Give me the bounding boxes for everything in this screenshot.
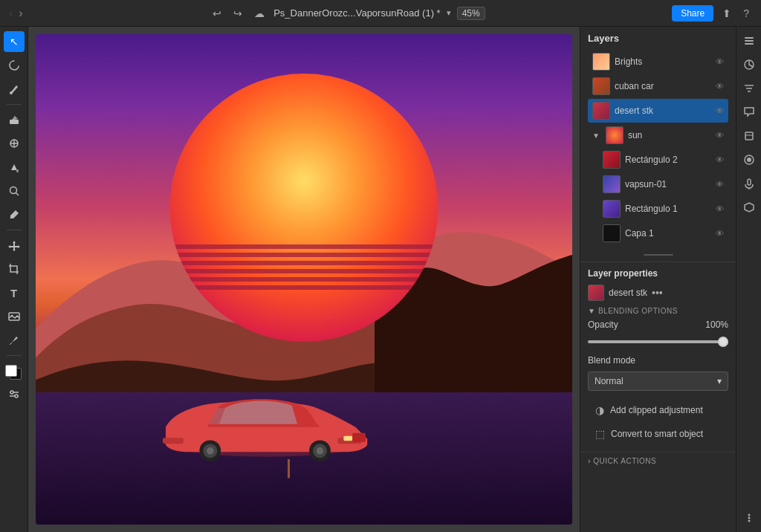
convert-smart-object-button[interactable]: ⬚ Convert to smart object <box>588 422 728 446</box>
share-button[interactable]: Share <box>672 5 713 22</box>
clone-tool[interactable] <box>4 133 25 154</box>
layer-visibility-capa1[interactable]: 👁 <box>716 229 724 238</box>
pen-tool[interactable] <box>4 330 25 351</box>
layer-item-cuban-car[interactable]: cuban car 👁 <box>588 74 728 98</box>
quick-arrow-icon: › <box>588 457 590 465</box>
svg-rect-33 <box>745 43 754 45</box>
undo-icon[interactable]: ↩ <box>210 6 224 21</box>
layer-visibility-rect1[interactable]: 👁 <box>716 204 724 213</box>
opacity-slider-thumb[interactable] <box>718 337 728 347</box>
foreground-color-swatch[interactable] <box>5 365 17 377</box>
adjustments-tool[interactable] <box>4 384 25 405</box>
canvas-area[interactable] <box>28 27 580 532</box>
layer-item-desert-stk[interactable]: desert stk 👁 <box>588 99 728 123</box>
layer-item-vapsun01[interactable]: vapsun-01 👁 <box>598 172 728 196</box>
blend-mode-dropdown-icon: ▾ <box>717 376 722 386</box>
blend-mode-value: Normal <box>595 376 624 386</box>
upload-icon[interactable]: ⬆ <box>719 6 734 21</box>
paint-bucket-tool[interactable] <box>4 157 25 178</box>
lasso-tool[interactable] <box>4 55 25 76</box>
layer-thumb-rect1 <box>603 200 621 218</box>
title-dropdown-icon[interactable]: ▾ <box>447 8 451 18</box>
eyedropper-tool[interactable] <box>4 204 25 225</box>
prop-layer-header: desert stk ••• <box>588 285 728 301</box>
svg-rect-38 <box>745 132 753 140</box>
quick-actions-section: › QUICK ACTIONS <box>580 452 736 470</box>
help-icon[interactable]: ? <box>740 6 752 21</box>
text-tool[interactable]: T <box>4 282 25 303</box>
adjustments-panel-icon[interactable] <box>739 55 759 74</box>
file-title: Ps_DannerOrozc...VaporsunRoad (1) * <box>273 7 440 19</box>
layer-visibility-desert[interactable]: 👁 <box>716 106 724 115</box>
opacity-value: 100% <box>705 319 728 330</box>
properties-panel-icon[interactable] <box>739 126 759 146</box>
move-tool[interactable] <box>4 235 25 256</box>
panel-divider <box>644 254 673 256</box>
layer-name-vapsun01: vapsun-01 <box>625 179 711 189</box>
blending-options-label: BLENDING OPTIONS <box>598 307 678 315</box>
filter-panel-icon[interactable] <box>739 79 759 98</box>
select-tool[interactable]: ↖ <box>4 31 25 52</box>
quick-actions-toggle[interactable]: › QUICK ACTIONS <box>588 457 728 465</box>
crop-tool[interactable] <box>4 259 25 279</box>
layer-thumb-vapsun <box>603 175 621 193</box>
blend-mode-select[interactable]: Normal ▾ <box>588 372 728 391</box>
image-tool[interactable] <box>4 306 25 327</box>
layer-thumb-rect2 <box>603 151 621 169</box>
layer-visibility-rect2[interactable]: 👁 <box>716 155 724 164</box>
layers-title: Layers <box>588 33 728 44</box>
svg-point-23 <box>207 447 214 455</box>
layer-item-brights[interactable]: Brights 👁 <box>588 50 728 74</box>
forward-arrow[interactable]: › <box>19 7 22 20</box>
group-arrow-sun[interactable]: ▼ <box>592 132 600 140</box>
svg-point-6 <box>10 187 16 194</box>
title-right-nav: Share ⬆ ? <box>672 5 752 22</box>
svg-marker-44 <box>745 203 754 212</box>
brush-tool[interactable] <box>4 79 25 100</box>
svg-point-26 <box>316 447 323 455</box>
layer-props-more-icon[interactable]: ••• <box>652 287 663 299</box>
opacity-label: Opacity <box>588 319 618 330</box>
layer-item-rectangulo1[interactable]: Rectángulo 1 👁 <box>598 197 728 221</box>
svg-rect-27 <box>352 433 366 442</box>
layers-panel-icon[interactable] <box>739 31 759 51</box>
opacity-slider-track <box>588 340 728 343</box>
comments-panel-icon[interactable] <box>739 103 759 122</box>
toolbar-divider-2 <box>7 230 22 230</box>
cloud-icon[interactable]: ☁ <box>251 6 268 21</box>
right-panel: Layers Brights 👁 cuban car 👁 dese <box>580 27 736 532</box>
svg-point-47 <box>748 520 750 522</box>
layer-item-capa1[interactable]: Capa 1 👁 <box>598 221 728 245</box>
left-toolbar: ↖ T <box>0 27 28 532</box>
opacity-slider[interactable] <box>588 336 728 348</box>
more-options-icon[interactable] <box>739 508 759 528</box>
blending-options-toggle[interactable]: ▼ BLENDING OPTIONS <box>588 307 728 315</box>
prop-layer-name: desert stk <box>609 288 647 298</box>
layer-item-sun[interactable]: ▼ sun 👁 <box>588 123 728 147</box>
zoom-tool[interactable] <box>4 181 25 201</box>
add-clipped-icon: ◑ <box>595 404 604 416</box>
blend-mode-row: Blend mode <box>588 355 728 366</box>
layers-section: Layers Brights 👁 cuban car 👁 dese <box>580 27 736 251</box>
layer-item-rectangulo2[interactable]: Rectángulo 2 👁 <box>598 148 728 172</box>
back-arrow[interactable]: ‹ <box>9 7 13 20</box>
blend-mode-label: Blend mode <box>588 355 635 366</box>
redo-icon[interactable]: ↪ <box>230 6 245 21</box>
layer-visibility-vapsun[interactable]: 👁 <box>716 180 724 189</box>
layer-name-desert-stk: desert stk <box>615 106 711 116</box>
plugins-panel-icon[interactable] <box>739 198 759 217</box>
svg-point-15 <box>15 395 18 398</box>
audio-panel-icon[interactable] <box>739 174 759 193</box>
layer-visibility-brights[interactable]: 👁 <box>716 57 724 66</box>
add-clipped-adjustment-button[interactable]: ◑ Add clipped adjustment <box>588 398 728 422</box>
layer-visibility-cuban[interactable]: 👁 <box>716 82 724 91</box>
opacity-slider-fill <box>588 340 728 343</box>
svg-line-7 <box>16 193 19 196</box>
main-content: ↖ T <box>0 27 761 532</box>
svg-rect-42 <box>748 179 751 185</box>
zoom-badge[interactable]: 45% <box>457 7 485 20</box>
eraser-tool[interactable] <box>4 109 25 130</box>
layer-visibility-sun[interactable]: 👁 <box>716 131 724 140</box>
visibility-panel-icon[interactable] <box>739 150 759 169</box>
convert-smart-label: Convert to smart object <box>611 429 703 439</box>
